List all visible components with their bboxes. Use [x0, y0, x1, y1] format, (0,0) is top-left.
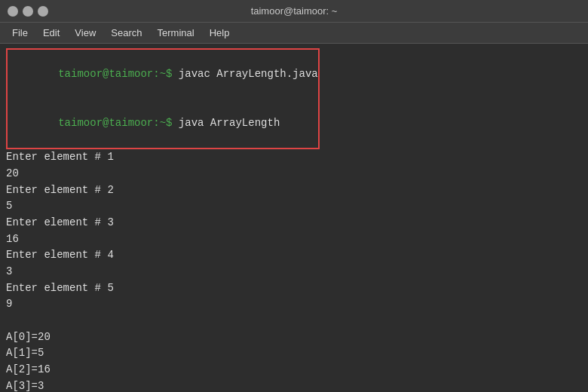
- output-line-7: Enter element # 4: [6, 247, 582, 264]
- terminal-body[interactable]: taimoor@taimoor:~$ javac ArrayLength.jav…: [0, 44, 588, 392]
- output-line-5: Enter element # 3: [6, 215, 582, 231]
- output-line-a3: A[3]=3: [6, 378, 582, 392]
- menu-file[interactable]: File: [5, 24, 35, 41]
- output-line-a0: A[0]=20: [6, 329, 582, 346]
- output-line-8: 3: [6, 264, 582, 280]
- prompt-1: taimoor@taimoor:~$: [58, 68, 179, 80]
- prompt-2: taimoor@taimoor:~$: [58, 117, 179, 129]
- output-line-4: 5: [6, 198, 582, 215]
- output-line-a2: A[2]=16: [6, 362, 582, 378]
- minimize-button[interactable]: _: [8, 6, 18, 17]
- menu-edit[interactable]: Edit: [35, 24, 67, 41]
- output-line-a1: A[1]=5: [6, 345, 582, 362]
- window-title: taimoor@taimoor: ~: [251, 5, 338, 17]
- menu-view[interactable]: View: [67, 24, 103, 41]
- close-button[interactable]: ✕: [38, 6, 48, 17]
- cmd-1: javac ArrayLength.java: [179, 68, 318, 80]
- menubar: File Edit View Search Terminal Help: [0, 23, 588, 44]
- titlebar: _ □ ✕ taimoor@taimoor: ~: [0, 0, 588, 23]
- output-line-9: Enter element # 5: [6, 280, 582, 297]
- window-controls: _ □ ✕: [8, 6, 48, 17]
- command-line-2: taimoor@taimoor:~$ java ArrayLength: [8, 99, 318, 148]
- output-line-3: Enter element # 2: [6, 182, 582, 199]
- menu-help[interactable]: Help: [202, 24, 237, 41]
- menu-terminal[interactable]: Terminal: [150, 24, 202, 41]
- output-line-1: Enter element # 1: [6, 149, 582, 166]
- output-line-10: 9: [6, 296, 582, 313]
- menu-search[interactable]: Search: [103, 24, 149, 41]
- output-line-2: 20: [6, 166, 582, 182]
- output-line-6: 16: [6, 231, 582, 248]
- output-line-blank: [6, 313, 582, 329]
- command-line-1: taimoor@taimoor:~$ javac ArrayLength.jav…: [8, 50, 318, 99]
- maximize-button[interactable]: □: [23, 6, 33, 17]
- terminal-window: _ □ ✕ taimoor@taimoor: ~ File Edit View …: [0, 0, 588, 392]
- cmd-2: java ArrayLength: [179, 117, 280, 129]
